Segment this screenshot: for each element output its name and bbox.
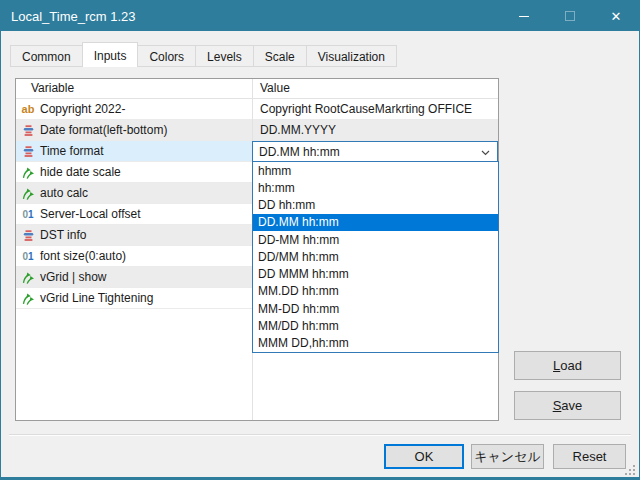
table-row[interactable]: abCopyright 2022-Copyright RootCauseMark… <box>16 99 498 120</box>
value-cell: Copyright RootCauseMarkrting OFFICE <box>253 99 498 119</box>
dropdown-item[interactable]: hhmm <box>253 162 498 179</box>
dropdown-item[interactable]: DD/MM hh:mm <box>253 248 498 265</box>
boolean-type-icon <box>20 270 36 284</box>
chevron-down-icon <box>481 145 490 159</box>
close-icon: ✕ <box>611 10 622 23</box>
variable-cell: auto calc <box>16 183 252 203</box>
table-header: Variable Value <box>16 79 498 99</box>
time-format-dropdown-list: hhmmhh:mmDD hh:mmDD.MM hh:mmDD-MM hh:mmD… <box>252 161 499 353</box>
minimize-icon <box>519 16 529 17</box>
boolean-type-icon <box>20 186 36 200</box>
load-button[interactable]: Load <box>514 351 621 380</box>
integer-type-icon: 01 <box>20 249 36 263</box>
enum-type-icon <box>20 123 36 137</box>
variable-cell: hide date scale <box>16 162 252 182</box>
variable-cell: 01Server-Local offset <box>16 204 252 224</box>
dropdown-item[interactable]: MM-DD hh:mm <box>253 300 498 317</box>
cancel-button[interactable]: キャンセル <box>471 444 544 469</box>
resize-grip[interactable] <box>624 464 635 475</box>
variable-label: font size(0:auto) <box>40 249 126 263</box>
dropdown-item[interactable]: hh:mm <box>253 179 498 196</box>
variable-label: Server-Local offset <box>40 207 141 221</box>
column-header-value: Value <box>260 79 290 98</box>
boolean-type-icon <box>20 165 36 179</box>
variable-label: vGrid Line Tightening <box>40 291 153 305</box>
dropdown-item[interactable]: DD-MM hh:mm <box>253 231 498 248</box>
value-cell: DD.MM.YYYY <box>253 120 498 140</box>
combobox-value: DD.MM hh:mm <box>259 145 340 159</box>
enum-type-icon <box>20 144 36 158</box>
variable-cell: vGrid | show <box>16 267 252 287</box>
tab-common[interactable]: Common <box>10 45 83 67</box>
variable-label: auto calc <box>40 186 88 200</box>
variable-cell: DST info <box>16 225 252 245</box>
dropdown-item[interactable]: DD hh:mm <box>253 197 498 214</box>
variable-cell: abCopyright 2022- <box>16 99 252 119</box>
dropdown-item[interactable]: MM.DD hh:mm <box>253 283 498 300</box>
tab-visualization[interactable]: Visualization <box>306 45 397 67</box>
time-format-combobox[interactable]: DD.MM hh:mm <box>252 141 498 162</box>
footer-divider <box>9 434 631 436</box>
reset-button[interactable]: Reset <box>553 444 626 469</box>
variable-cell: Time format <box>16 141 252 161</box>
variable-label: Copyright 2022- <box>40 102 125 116</box>
dropdown-item[interactable]: DD.MM hh:mm <box>253 214 498 231</box>
titlebar: Local_Time_rcm 1.23 ✕ <box>1 1 639 31</box>
variable-label: Time format <box>40 144 104 158</box>
maximize-icon <box>565 11 575 21</box>
column-header-variable: Variable <box>31 79 74 98</box>
dropdown-item[interactable]: DD MMM hh:mm <box>253 266 498 283</box>
save-button[interactable]: Save <box>514 391 621 420</box>
dropdown-item[interactable]: MMM DD,hh:mm <box>253 335 498 352</box>
table-row[interactable]: Date format(left-bottom)DD.MM.YYYY <box>16 120 498 141</box>
variable-label: hide date scale <box>40 165 121 179</box>
ok-button[interactable]: OK <box>384 444 464 469</box>
window-title: Local_Time_rcm 1.23 <box>1 9 501 24</box>
variable-cell: vGrid Line Tightening <box>16 288 252 308</box>
window-controls: ✕ <box>501 1 639 31</box>
variable-label: Date format(left-bottom) <box>40 123 167 137</box>
tab-scale[interactable]: Scale <box>253 45 307 67</box>
tab-inputs[interactable]: Inputs <box>82 42 139 67</box>
table-row[interactable]: Time formatDD.MM hh:mm <box>16 141 498 162</box>
enum-type-icon <box>20 228 36 242</box>
string-type-icon: ab <box>20 102 36 116</box>
tab-bar: CommonInputsColorsLevelsScaleVisualizati… <box>10 42 397 67</box>
variable-label: vGrid | show <box>40 270 106 284</box>
close-button[interactable]: ✕ <box>593 1 639 31</box>
dropdown-item[interactable]: MM/DD hh:mm <box>253 317 498 334</box>
variable-cell: Date format(left-bottom) <box>16 120 252 140</box>
boolean-type-icon <box>20 291 36 305</box>
minimize-button[interactable] <box>501 1 547 31</box>
maximize-button[interactable] <box>547 1 593 31</box>
integer-type-icon: 01 <box>20 207 36 221</box>
variable-label: DST info <box>40 228 86 242</box>
tab-colors[interactable]: Colors <box>137 45 196 67</box>
tab-levels[interactable]: Levels <box>195 45 254 67</box>
variable-cell: 01font size(0:auto) <box>16 246 252 266</box>
dialog-window: Local_Time_rcm 1.23 ✕ CommonInputsColors… <box>0 0 640 480</box>
